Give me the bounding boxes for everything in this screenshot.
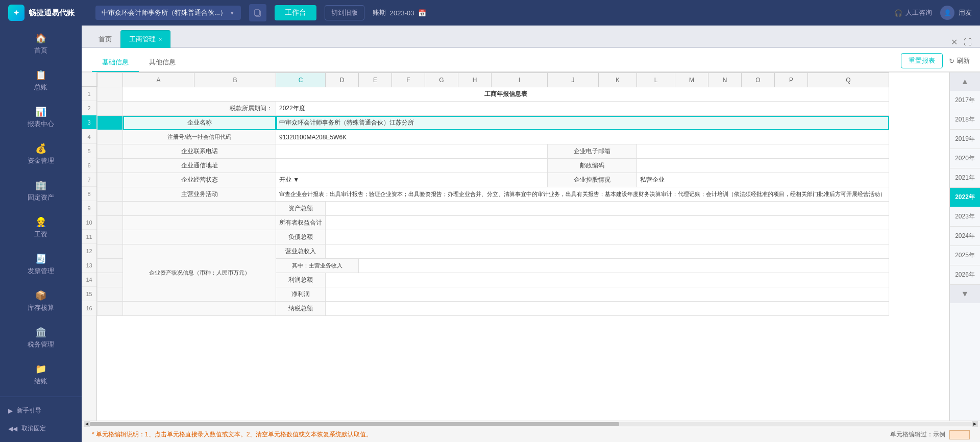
tab-close-icon[interactable]: × <box>159 36 162 42</box>
cell-business-value[interactable]: 审查企业会计报表；出具审计报告；验证企业资本；出具验资报告；办理企业合并、分立、… <box>276 187 889 202</box>
col-header-O: O <box>742 73 775 87</box>
cell-net-profit-value[interactable] <box>326 287 889 302</box>
close-window-icon[interactable]: ✕ <box>951 37 958 47</box>
sidebar-label-home: 首页 <box>34 46 47 55</box>
cell-total-profit-value[interactable] <box>326 273 889 287</box>
sidebar-scroll: 🏠 首页 📋 总账 📊 报表中心 💰 资金管理 🏢 固定资产 👷 工资 <box>0 26 82 397</box>
year-item-2024[interactable]: 2024年 <box>950 227 980 246</box>
copy-button[interactable] <box>249 4 266 21</box>
reset-report-button[interactable]: 重置报表 <box>901 53 943 68</box>
sidebar-label-close: 结账 <box>34 377 47 386</box>
cell-equity-value[interactable] <box>326 216 889 230</box>
cell-total-tax-value[interactable] <box>326 302 889 316</box>
year-item-2018[interactable]: 2018年 <box>950 110 980 130</box>
cell-status-value[interactable]: 开业 ▼ <box>276 173 548 187</box>
table-row: 税款所属期间： 2022年度 <box>97 102 889 116</box>
sidebar-item-archive[interactable]: 🗂️ 归档管理 <box>0 393 82 397</box>
sidebar-item-home[interactable]: 🏠 首页 <box>0 26 82 62</box>
workbench-button[interactable]: 工作台 <box>275 5 316 20</box>
example-cell <box>949 430 970 439</box>
inner-tab-other[interactable]: 其他信息 <box>139 54 186 72</box>
cell-title[interactable]: 工商年报信息表 <box>123 87 889 102</box>
service-button[interactable]: 🎧 人工咨询 <box>894 8 932 17</box>
cell-assets-group-partial <box>123 202 276 216</box>
sidebar-item-inventory[interactable]: 📦 库存核算 <box>0 283 82 320</box>
h-scroll-right-btn[interactable]: ▶ <box>972 421 978 427</box>
sidebar-item-report-center[interactable]: 📊 报表中心 <box>0 99 82 136</box>
sidebar-item-fund[interactable]: 💰 资金管理 <box>0 136 82 173</box>
year-item-2025[interactable]: 2025年 <box>950 246 980 265</box>
year-panel-arrows: ▲ <box>950 72 980 91</box>
cell-email-value[interactable] <box>637 144 889 159</box>
calendar-icon[interactable]: 📅 <box>418 9 426 17</box>
top-header: ✦ 畅捷通易代账 中审众环会计师事务所（特殊普通合伙...） ▼ 工作台 切到旧… <box>0 0 980 26</box>
refresh-button[interactable]: ↻ 刷新 <box>949 56 970 65</box>
year-item-2020[interactable]: 2020年 <box>950 149 980 168</box>
cell-empty <box>97 130 123 144</box>
cell-revenue-total-value[interactable] <box>326 244 889 259</box>
status-example: 单元格编辑过：示例 <box>890 430 970 439</box>
new-guide-button[interactable]: ▶ 新手引导 <box>0 402 82 419</box>
sidebar-label-fund: 资金管理 <box>28 156 54 165</box>
sidebar-item-close[interactable]: 📁 结账 <box>0 356 82 393</box>
fixed-assets-icon: 🏢 <box>35 180 46 191</box>
sidebar-label-tax: 税务管理 <box>28 340 54 349</box>
sheet-main[interactable]: A B C D E F G H I J K L <box>97 72 949 421</box>
svg-rect-1 <box>255 10 259 15</box>
sidebar-item-invoice[interactable]: 🧾 发票管理 <box>0 246 82 283</box>
tab-home[interactable]: 首页 <box>90 30 120 48</box>
cell-phone-value[interactable] <box>276 144 548 159</box>
year-item-2019[interactable]: 2019年 <box>950 130 980 149</box>
row-numbers: 1 2 3 4 5 6 7 8 9 10 11 12 13 14 15 16 <box>82 72 97 421</box>
sidebar: 🏠 首页 📋 总账 📊 报表中心 💰 资金管理 🏢 固定资产 👷 工资 <box>0 26 82 442</box>
row-num-11: 11 <box>82 230 96 244</box>
year-item-2022[interactable]: 2022年 <box>950 188 980 207</box>
company-selector[interactable]: 中审众环会计师事务所（特殊普通合伙...） ▼ <box>95 6 241 20</box>
home-icon: 🏠 <box>35 33 46 44</box>
year-item-2023[interactable]: 2023年 <box>950 207 980 227</box>
cell-holding-value[interactable]: 私营企业 <box>637 173 889 187</box>
row-num-6: 6 <box>82 158 96 173</box>
tab-business-admin[interactable]: 工商管理 × <box>120 30 170 48</box>
unpin-button[interactable]: ◀◀ 取消固定 <box>0 420 82 437</box>
maximize-window-icon[interactable]: ⛶ <box>964 38 972 47</box>
headset-icon: 🎧 <box>894 9 902 17</box>
cell-empty <box>97 302 123 316</box>
cell-tax-period-label: 税款所属期间： <box>123 102 276 116</box>
cell-address-value[interactable] <box>276 159 548 173</box>
cell-empty <box>97 187 123 202</box>
year-scroll-up[interactable]: ▲ <box>950 72 980 91</box>
year-scroll-down[interactable]: ▼ <box>950 285 980 303</box>
year-item-2026[interactable]: 2026年 <box>950 265 980 285</box>
table-row: 纳税总额 <box>97 302 889 316</box>
sidebar-item-tax[interactable]: 🏛️ 税务管理 <box>0 320 82 356</box>
h-scroll-track[interactable] <box>90 422 972 426</box>
cell-main-revenue-value[interactable] <box>359 259 889 273</box>
sidebar-item-payroll[interactable]: 👷 工资 <box>0 209 82 246</box>
old-version-button[interactable]: 切到旧版 <box>325 5 364 20</box>
cell-reg-no-value[interactable]: 91320100MA208E5W6K <box>276 130 889 144</box>
cell-postal-value[interactable] <box>637 159 889 173</box>
cell-tax-period-value[interactable]: 2022年度 <box>276 102 889 116</box>
h-scroll-area[interactable]: ◀ ▶ <box>82 421 980 427</box>
cell-assets-group-partial2 <box>123 216 276 230</box>
year-item-2021[interactable]: 2021年 <box>950 168 980 188</box>
cell-total-assets-value[interactable] <box>326 202 889 216</box>
h-scroll-thumb[interactable] <box>90 422 619 426</box>
sidebar-item-general-ledger[interactable]: 📋 总账 <box>0 62 82 99</box>
row-num-10: 10 <box>82 215 96 230</box>
status-hint-text: * 单元格编辑说明：1、点击单元格直接录入数值或文本。2、清空单元格数值或文本恢… <box>92 430 372 439</box>
cell-empty <box>97 216 123 230</box>
sidebar-item-fixed-assets[interactable]: 🏢 固定资产 <box>0 173 82 209</box>
cell-empty <box>97 173 123 187</box>
inner-tab-basic[interactable]: 基础信息 <box>92 54 139 72</box>
col-header-E: E <box>359 73 392 87</box>
row-num-1: 1 <box>82 87 96 101</box>
year-item-2017[interactable]: 2017年 <box>950 91 980 110</box>
col-header-M: M <box>675 73 708 87</box>
cell-liabilities-value[interactable] <box>326 230 889 244</box>
h-scroll-left-btn[interactable]: ◀ <box>84 421 90 427</box>
cell-company-value[interactable]: 中审众环会计师事务所（特殊普通合伙）江苏分所 <box>276 116 889 130</box>
cell-postal-label: 邮政编码 <box>548 159 637 173</box>
pin-icon: ◀◀ <box>8 425 17 432</box>
